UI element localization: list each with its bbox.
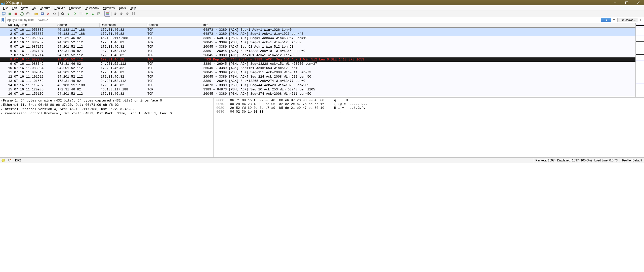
display-filter-input[interactable] <box>6 17 600 23</box>
menu-tools[interactable]: Tools <box>117 6 128 10</box>
edit-capture-comment-icon[interactable] <box>7 158 13 163</box>
hex-line[interactable]: 0020 2e 52 fd 69 0d 3d c7 a9 b5 de 21 e9… <box>216 106 642 110</box>
packet-row[interactable]: 307:16:11.059077172.31.46.8246.183.117.1… <box>0 36 635 40</box>
svg-line-15 <box>63 14 64 15</box>
status-profile[interactable]: Profile: Default <box>622 159 642 162</box>
packet-row[interactable]: 907:16:11.088342172.31.46.8294.201.52.11… <box>0 62 635 66</box>
close-button[interactable] <box>632 0 644 5</box>
menu-analyze[interactable]: Analyze <box>53 6 67 10</box>
resize-columns-icon[interactable] <box>131 11 136 17</box>
tree-node[interactable]: Transmission Control Protocol, Src Port:… <box>1 111 213 116</box>
svg-line-31 <box>128 14 129 15</box>
menu-wireless[interactable]: Wireless <box>101 6 117 10</box>
packet-row[interactable]: 407:16:11.08678294.201.52.112172.31.46.8… <box>0 40 635 45</box>
svg-rect-21 <box>106 13 109 14</box>
window-title: DP2.pcapng <box>6 1 22 5</box>
capture-options-icon[interactable] <box>25 11 31 17</box>
maximize-button[interactable] <box>621 0 632 5</box>
interfaces-icon[interactable] <box>1 11 7 17</box>
menu-help[interactable]: Help <box>128 6 138 10</box>
svg-text:1: 1 <box>127 13 128 15</box>
hex-line[interactable]: 0000 06 71 09 cb f8 02 06 48 80 e6 d7 20… <box>216 98 642 102</box>
go-to-packet-icon[interactable] <box>78 11 84 17</box>
svg-line-24 <box>116 14 117 15</box>
save-file-icon[interactable] <box>39 11 45 17</box>
tree-node[interactable]: Internet Protocol Version 4, Src: 46.183… <box>1 107 213 111</box>
go-first-icon[interactable] <box>84 11 90 17</box>
wireshark-icon <box>1 1 5 5</box>
packet-list-header[interactable]: No Day Time Source Destination Protocol … <box>0 23 635 27</box>
packet-row[interactable]: 1207:16:11.10151294.201.52.112172.31.46.… <box>0 75 635 79</box>
menu-view[interactable]: View <box>19 6 30 10</box>
svg-rect-22 <box>106 14 109 15</box>
svg-rect-6 <box>9 13 11 15</box>
add-filter-button[interactable]: + <box>638 18 643 22</box>
status-packets: Packets: 1097 · Displayed: 1097 (100.0%)… <box>535 159 618 162</box>
menu-statistics[interactable]: Statistics <box>67 6 83 10</box>
svg-point-9 <box>27 13 28 14</box>
packet-row[interactable]: 1107:16:11.08981794.201.52.112172.31.46.… <box>0 70 635 75</box>
expert-info-icon[interactable] <box>0 158 7 163</box>
go-back-icon[interactable] <box>66 11 71 17</box>
colorize-icon[interactable] <box>104 11 110 17</box>
stop-capture-icon[interactable] <box>13 11 19 17</box>
menu-capture[interactable]: Capture <box>38 6 53 10</box>
go-forward-icon[interactable] <box>72 11 77 17</box>
svg-rect-19 <box>98 13 100 15</box>
menu-file[interactable]: File <box>1 6 10 10</box>
tree-node[interactable]: Frame 1: 54 bytes on wire (432 bits), 54… <box>1 98 213 103</box>
go-last-icon[interactable] <box>90 11 96 17</box>
packet-row[interactable]: 1607:16:11.15610994.201.52.112172.31.46.… <box>0 92 635 96</box>
apply-filter-button[interactable] <box>601 18 611 22</box>
start-capture-icon[interactable] <box>7 11 13 17</box>
column-source[interactable]: Source <box>56 23 100 27</box>
close-file-icon[interactable] <box>46 11 51 17</box>
column-destination[interactable]: Destination <box>100 23 146 27</box>
main-toolbar: 1 <box>0 11 644 17</box>
open-file-icon[interactable] <box>33 11 39 17</box>
packet-details-tree[interactable]: Frame 1: 54 bytes on wire (432 bits), 54… <box>0 98 213 157</box>
packet-row[interactable]: 1507:16:11.120985172.31.46.8246.183.117.… <box>0 87 635 92</box>
packet-row[interactable]: 607:16:11.087197172.31.46.8294.201.52.11… <box>0 49 635 53</box>
find-packet-icon[interactable] <box>60 11 65 17</box>
filter-bar: Expression... + <box>0 17 644 23</box>
packet-row[interactable]: 1007:16:11.08898494.201.52.112172.31.46.… <box>0 66 635 70</box>
hex-line[interactable]: 0030 04 02 3b 1b 00 00 ..;... <box>216 110 642 114</box>
svg-rect-7 <box>15 13 17 15</box>
packet-row[interactable]: 107:16:11.05388646.183.117.188172.31.46.… <box>0 27 635 32</box>
titlebar: DP2.pcapng <box>0 0 644 5</box>
packet-row[interactable]: 707:16:11.08721494.201.52.112172.31.46.8… <box>0 53 635 57</box>
packet-row[interactable]: 507:16:11.08717294.201.52.112172.31.46.8… <box>0 45 635 49</box>
column-info[interactable]: Info <box>202 23 635 27</box>
auto-scroll-icon[interactable] <box>96 11 102 17</box>
packet-list[interactable]: No Day Time Source Destination Protocol … <box>0 23 635 97</box>
filter-bookmark-icon[interactable] <box>0 17 6 23</box>
menu-edit[interactable]: Edit <box>10 6 19 10</box>
hex-line[interactable]: 0010 00 28 c4 28 40 00 65 06 d2 c2 2e b7… <box>216 102 642 106</box>
tree-node[interactable]: Ethernet II, Src: 06:48:80:e6:d7:20, Dst… <box>1 103 213 107</box>
column-time[interactable]: Day Time <box>13 23 56 27</box>
packet-bytes-hex[interactable]: 0000 06 71 09 cb f8 02 06 48 80 e6 d7 20… <box>214 98 644 157</box>
zoom-in-icon[interactable] <box>113 11 118 17</box>
filter-history-dropdown[interactable] <box>612 18 616 22</box>
zoom-out-icon[interactable] <box>119 11 124 17</box>
packet-row[interactable]: 807:16:11.08728694.201.52.112172.31.46.8… <box>0 57 635 62</box>
minimize-button[interactable] <box>609 0 621 5</box>
svg-line-28 <box>122 14 123 15</box>
zoom-reset-icon[interactable]: 1 <box>125 11 130 17</box>
svg-rect-1 <box>626 2 628 4</box>
menu-telephony[interactable]: Telephony <box>83 6 101 10</box>
column-protocol[interactable]: Protocol <box>146 23 202 27</box>
reload-icon[interactable] <box>52 11 57 17</box>
svg-rect-4 <box>2 12 5 14</box>
column-no[interactable]: No <box>0 23 13 27</box>
menu-go[interactable]: Go <box>30 6 38 10</box>
packet-row[interactable]: 1407:16:11.11679746.183.117.188172.31.46… <box>0 83 635 87</box>
status-file-name: DP2 <box>15 159 21 162</box>
packet-row[interactable]: 207:16:11.05388646.183.117.188172.31.46.… <box>0 32 635 36</box>
packet-row[interactable]: 1307:16:11.101552172.31.46.8294.201.52.1… <box>0 79 635 83</box>
restart-capture-icon[interactable] <box>19 11 25 17</box>
expression-button[interactable]: Expression... <box>617 18 638 22</box>
svg-rect-11 <box>42 13 43 14</box>
packet-minimap[interactable] <box>635 23 644 97</box>
